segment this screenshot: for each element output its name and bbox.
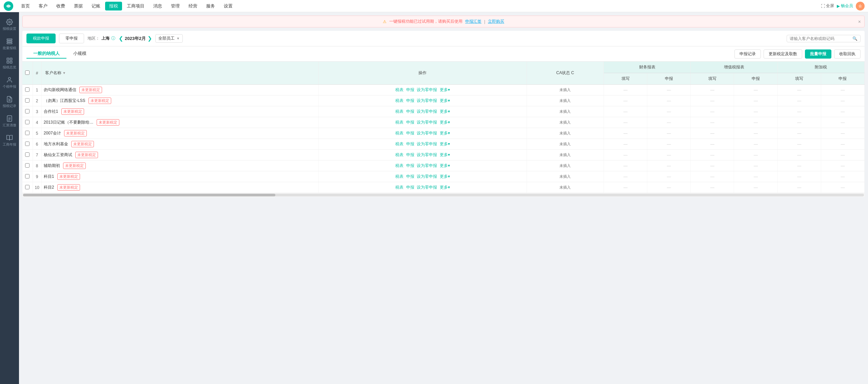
- op-set-zero[interactable]: 设为零申报: [417, 131, 437, 135]
- row-checkbox-7: [22, 161, 33, 171]
- op-tax-table[interactable]: 税表: [395, 152, 403, 157]
- sidebar-item-annual-report[interactable]: 工商年报: [0, 131, 19, 149]
- op-more[interactable]: 更多▾: [440, 98, 450, 103]
- op-declare[interactable]: 申报: [406, 87, 414, 92]
- region-info-icon[interactable]: ⓘ: [111, 36, 115, 41]
- op-tax-table[interactable]: 税表: [395, 142, 403, 146]
- nav-service[interactable]: 服务: [202, 2, 219, 10]
- nav-operation[interactable]: 经营: [184, 2, 201, 10]
- op-declare[interactable]: 申报: [406, 185, 414, 190]
- sidebar-item-tax-settings[interactable]: 报税设置: [0, 16, 19, 34]
- tab-small-scale[interactable]: 小规模: [66, 49, 93, 59]
- op-tax-table[interactable]: 税表: [395, 185, 403, 190]
- collect-receipt-button[interactable]: 收取回执: [834, 49, 861, 59]
- nav-invoice[interactable]: 票据: [70, 2, 87, 10]
- declare-record-button[interactable]: 申报记录: [734, 49, 761, 59]
- fullscreen-button[interactable]: ⛶ 全屏: [821, 3, 834, 9]
- row-select-checkbox[interactable]: [25, 185, 29, 189]
- op-set-zero[interactable]: 设为零申报: [417, 152, 437, 157]
- op-more[interactable]: 更多▾: [440, 185, 450, 190]
- row-finance-declare: —: [647, 95, 691, 106]
- sidebar-item-personal-tax[interactable]: 个税申报: [0, 73, 19, 91]
- prev-month-button[interactable]: ❮: [119, 35, 123, 42]
- tab-tax-declare[interactable]: 税款申报: [26, 34, 56, 43]
- row-tax-declare: —: [734, 139, 777, 150]
- op-set-zero[interactable]: 设为零申报: [417, 120, 437, 125]
- nav-tax[interactable]: 报税: [105, 2, 122, 10]
- op-more[interactable]: 更多▾: [440, 120, 450, 125]
- member-button[interactable]: ▶ 畅会员: [837, 3, 853, 9]
- op-declare[interactable]: 申报: [406, 109, 414, 114]
- op-tax-table[interactable]: 税表: [395, 109, 403, 114]
- search-icon[interactable]: 🔍: [852, 36, 857, 41]
- horizontal-scrollbar[interactable]: [22, 193, 865, 197]
- region-selector[interactable]: 地区： 上海 ⓘ: [87, 36, 115, 41]
- op-set-zero[interactable]: 设为零申报: [417, 142, 437, 146]
- op-declare[interactable]: 申报: [406, 120, 414, 125]
- op-more[interactable]: 更多▾: [440, 152, 450, 157]
- row-select-checkbox[interactable]: [25, 152, 29, 157]
- nav-fee[interactable]: 收费: [52, 2, 69, 10]
- op-tax-table[interactable]: 税表: [395, 98, 403, 103]
- scrollbar-thumb[interactable]: [23, 194, 275, 196]
- op-set-zero[interactable]: 设为零申报: [417, 174, 437, 179]
- next-month-button[interactable]: ❯: [147, 35, 152, 42]
- op-declare[interactable]: 申报: [406, 98, 414, 103]
- op-set-zero[interactable]: 设为零申报: [417, 185, 437, 190]
- row-extra-fill: —: [777, 150, 821, 161]
- scrollbar-track[interactable]: [23, 194, 864, 196]
- op-more[interactable]: 更多▾: [440, 142, 450, 146]
- buy-link[interactable]: 立即购买: [488, 19, 504, 24]
- banner-close-button[interactable]: ×: [858, 19, 861, 24]
- batch-icon: [6, 38, 13, 45]
- nav-settings[interactable]: 设置: [220, 2, 237, 10]
- op-set-zero[interactable]: 设为零申报: [417, 163, 437, 168]
- staff-selector[interactable]: 全部员工 ▼: [155, 34, 183, 43]
- nav-message[interactable]: 消息: [149, 2, 166, 10]
- op-declare[interactable]: 申报: [406, 152, 414, 157]
- op-more[interactable]: 更多▾: [440, 163, 450, 168]
- tab-general-taxpayer[interactable]: 一般的纳税人: [26, 49, 66, 59]
- nav-business[interactable]: 工商项目: [123, 2, 149, 10]
- row-select-checkbox[interactable]: [25, 174, 29, 178]
- op-declare[interactable]: 申报: [406, 163, 414, 168]
- sidebar-item-tax-overview[interactable]: 报税总览: [0, 54, 19, 72]
- search-input[interactable]: [790, 36, 851, 41]
- nav-home[interactable]: 首页: [17, 2, 34, 10]
- op-tax-table[interactable]: 税表: [395, 163, 403, 168]
- row-select-checkbox[interactable]: [25, 131, 29, 135]
- op-tax-table[interactable]: 税表: [395, 131, 403, 135]
- update-tax-button[interactable]: 更新税定及取数: [764, 49, 802, 59]
- op-tax-table[interactable]: 税表: [395, 174, 403, 179]
- nav-bookkeeping[interactable]: 记账: [87, 2, 104, 10]
- op-declare[interactable]: 申报: [406, 142, 414, 146]
- declare-link[interactable]: 申报汇签: [465, 19, 481, 24]
- sidebar-item-batch-tax[interactable]: 批量报税: [0, 35, 19, 53]
- name-sort-icon[interactable]: ▼: [62, 71, 66, 75]
- row-select-checkbox[interactable]: [25, 87, 29, 92]
- row-select-checkbox[interactable]: [25, 120, 29, 124]
- sidebar-item-tax-record[interactable]: 报税记录: [0, 93, 19, 111]
- op-more[interactable]: 更多▾: [440, 87, 450, 92]
- avatar[interactable]: 会: [856, 2, 865, 10]
- op-set-zero[interactable]: 设为零申报: [417, 87, 437, 92]
- nav-client[interactable]: 客户: [35, 2, 52, 10]
- row-select-checkbox[interactable]: [25, 163, 29, 168]
- nav-manage[interactable]: 管理: [167, 2, 184, 10]
- select-all-checkbox[interactable]: [25, 70, 29, 75]
- op-tax-table[interactable]: 税表: [395, 87, 403, 92]
- row-select-checkbox[interactable]: [25, 142, 29, 146]
- row-select-checkbox[interactable]: [25, 109, 29, 113]
- op-more[interactable]: 更多▾: [440, 109, 450, 114]
- row-select-checkbox[interactable]: [25, 98, 29, 103]
- sidebar-item-annual-calc[interactable]: 汇算清缴: [0, 112, 19, 130]
- tab-zero-declare[interactable]: 零申报: [59, 34, 84, 43]
- op-declare[interactable]: 申报: [406, 131, 414, 135]
- op-set-zero[interactable]: 设为零申报: [417, 98, 437, 103]
- op-set-zero[interactable]: 设为零申报: [417, 109, 437, 114]
- op-tax-table[interactable]: 税表: [395, 120, 403, 125]
- op-more[interactable]: 更多▾: [440, 174, 450, 179]
- op-declare[interactable]: 申报: [406, 174, 414, 179]
- batch-declare-button[interactable]: 批量申报: [805, 49, 831, 59]
- op-more[interactable]: 更多▾: [440, 131, 450, 135]
